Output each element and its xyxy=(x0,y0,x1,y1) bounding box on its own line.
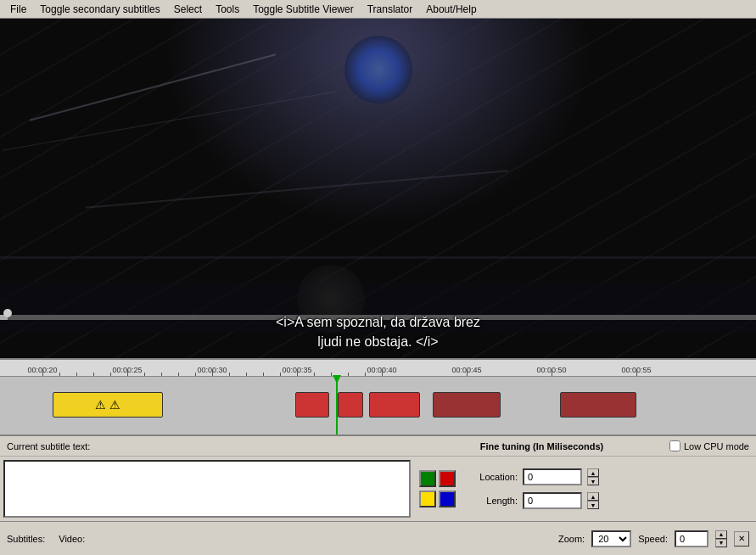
color-row-1 xyxy=(419,470,456,487)
length-spin-up[interactable]: ▲ xyxy=(587,492,599,501)
location-label: Location: xyxy=(471,472,518,482)
subtitles-label: Subtitles: xyxy=(7,534,45,544)
low-cpu-checkbox[interactable] xyxy=(669,440,680,451)
subtitle-block-darkred-2[interactable] xyxy=(560,392,636,418)
menu-about[interactable]: About/Help xyxy=(419,2,483,17)
subtitle-overlay: <i>A sem spoznal, da država brez ljudi n… xyxy=(0,313,756,351)
color-panel xyxy=(416,460,459,518)
subtitle-block-darkred-1[interactable] xyxy=(433,392,501,418)
video-scene xyxy=(0,19,756,358)
color-yellow[interactable] xyxy=(419,491,436,507)
video-label: Video: xyxy=(59,534,85,544)
low-cpu-label: Low CPU mode xyxy=(684,441,749,451)
main-bottom: Location: ▲ ▼ Length: ▲ ▼ xyxy=(0,457,756,521)
subtitles-status: Subtitles: xyxy=(7,534,45,544)
location-spin-up[interactable]: ▲ xyxy=(587,468,599,477)
speed-spin-up[interactable]: ▲ xyxy=(715,530,727,539)
color-green[interactable] xyxy=(419,470,436,487)
speed-input[interactable] xyxy=(675,530,708,547)
speed-label: Speed: xyxy=(638,534,668,544)
color-row-2 xyxy=(419,491,456,507)
length-input[interactable] xyxy=(523,492,582,509)
timeline-section: 00:00:20 00:00:25 00:00:30 00:00:35 00:0… xyxy=(0,358,756,434)
timeline-tracks[interactable]: ⚠ ⚠ xyxy=(0,377,756,434)
subtitle-block-red-3[interactable] xyxy=(369,392,420,418)
subtitle-line1: <i>A sem spoznal, da država brez xyxy=(17,313,739,332)
subtitle-block-red-2[interactable] xyxy=(338,392,363,418)
location-spinners: ▲ ▼ xyxy=(587,468,599,485)
speed-spin-down[interactable]: ▼ xyxy=(715,539,727,547)
menu-toggle-secondary[interactable]: Toggle secondary subtitles xyxy=(33,2,166,17)
bottom-controls: Current subtitle text: Fine tuning (In M… xyxy=(0,434,756,555)
location-spin-down[interactable]: ▼ xyxy=(587,477,599,485)
subtitle-text-panel xyxy=(3,460,411,518)
location-input[interactable] xyxy=(523,468,582,485)
subtitle-block-red-1[interactable] xyxy=(295,392,329,418)
menu-select[interactable]: Select xyxy=(167,2,209,17)
subtitle-block-yellow[interactable]: ⚠ ⚠ xyxy=(53,392,163,418)
status-controls: Zoom: 5 10 20 50 100 Speed: ▲ ▼ ✕ xyxy=(558,530,749,547)
length-spin-down[interactable]: ▼ xyxy=(587,501,599,509)
menu-tools[interactable]: Tools xyxy=(209,2,246,17)
close-button[interactable]: ✕ xyxy=(734,531,749,547)
playhead[interactable] xyxy=(336,377,338,434)
menu-translator[interactable]: Translator xyxy=(361,2,420,17)
current-subtitle-text-label: Current subtitle text: xyxy=(7,441,90,451)
menubar: File Toggle secondary subtitles Select T… xyxy=(0,0,756,19)
fine-tuning-bar: Current subtitle text: Fine tuning (In M… xyxy=(0,436,756,457)
color-blue[interactable] xyxy=(439,491,456,507)
zoom-label: Zoom: xyxy=(558,534,585,544)
menu-toggle-subtitle-viewer[interactable]: Toggle Subtitle Viewer xyxy=(246,2,361,17)
length-row: Length: ▲ ▼ xyxy=(471,492,746,509)
playhead-marker xyxy=(333,375,341,384)
timeline-ruler[interactable]: 00:00:20 00:00:25 00:00:30 00:00:35 00:0… xyxy=(0,360,756,377)
video-area: <i>A sem spoznal, da država brez ljudi n… xyxy=(0,19,756,358)
fine-tuning-controls: Location: ▲ ▼ Length: ▲ ▼ xyxy=(464,460,753,518)
status-bar: Subtitles: Video: Zoom: 5 10 20 50 100 S… xyxy=(0,521,756,555)
length-label: Length: xyxy=(471,496,518,506)
fine-tuning-label: Fine tuning (In Miliseconds) xyxy=(414,441,669,451)
length-spinners: ▲ ▼ xyxy=(587,492,599,509)
menu-file[interactable]: File xyxy=(3,2,33,17)
low-cpu-container: Low CPU mode xyxy=(669,440,749,451)
subtitle-text-input[interactable] xyxy=(3,460,411,518)
video-status: Video: xyxy=(59,534,85,544)
speed-spinners: ▲ ▼ xyxy=(715,530,727,547)
color-red[interactable] xyxy=(439,470,456,487)
zoom-select[interactable]: 5 10 20 50 100 xyxy=(591,530,631,547)
subtitle-line2: ljudi ne obstaja. </i> xyxy=(17,333,739,351)
location-row: Location: ▲ ▼ xyxy=(471,468,746,485)
